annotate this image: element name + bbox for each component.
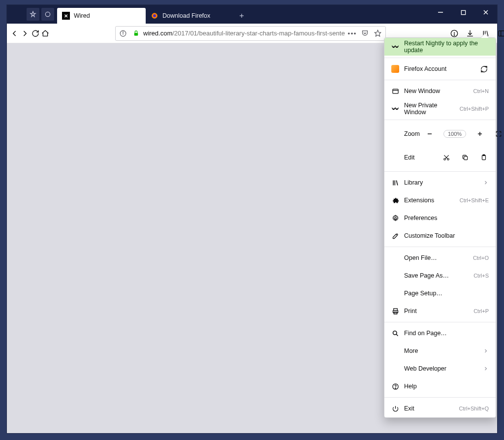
- pinned-tabs: [27, 5, 57, 24]
- menu-open-file[interactable]: Open File… Ctrl+O: [384, 249, 496, 267]
- svg-line-40: [396, 180, 398, 185]
- menu-label: Open File…: [404, 254, 468, 261]
- lock-icon[interactable]: [130, 28, 141, 39]
- menu-label: Print: [404, 308, 469, 314]
- page-actions-icon[interactable]: •••: [347, 28, 358, 39]
- fox-avatar-icon: [391, 65, 399, 73]
- library-icon: [391, 179, 399, 187]
- close-button[interactable]: [474, 5, 497, 20]
- forward-button[interactable]: [21, 26, 30, 41]
- tab-title: Wired: [74, 12, 90, 19]
- menu-restart-update[interactable]: Restart Nightly to apply the update: [384, 38, 496, 56]
- power-icon: [391, 405, 399, 412]
- menu-print[interactable]: Print Ctrl+P: [384, 302, 496, 320]
- menu-exit[interactable]: Exit Ctrl+Shift+Q: [384, 400, 496, 417]
- menu-page-setup[interactable]: Page Setup…: [384, 284, 496, 302]
- firefox-favicon-icon: [151, 12, 158, 20]
- back-button[interactable]: [10, 26, 19, 41]
- separator: [384, 322, 496, 322]
- app-menu-panel: Restart Nightly to apply the update Fire…: [384, 37, 496, 418]
- paste-button[interactable]: [479, 153, 489, 162]
- menu-label: Find on Page…: [404, 330, 489, 337]
- menu-new-window[interactable]: New Window Ctrl+N: [384, 82, 496, 100]
- menu-label: Customize Toolbar: [404, 232, 489, 239]
- menu-label: More: [404, 347, 478, 354]
- titlebar: ✕ Wired Download Firefox: [7, 5, 497, 24]
- fullscreen-button[interactable]: [494, 129, 504, 139]
- menu-find-on-page[interactable]: Find on Page…: [384, 324, 496, 342]
- chevron-right-icon: [483, 180, 489, 186]
- svg-point-41: [394, 217, 396, 219]
- pinned-tab-2[interactable]: [41, 8, 54, 21]
- new-tab-button[interactable]: [234, 8, 249, 24]
- separator: [384, 80, 496, 80]
- copy-button[interactable]: [460, 153, 470, 162]
- tab-inactive[interactable]: Download Firefox: [146, 8, 234, 24]
- reload-button[interactable]: [32, 26, 39, 41]
- mask-icon: [391, 105, 399, 113]
- menu-edit: Edit: [384, 146, 496, 169]
- svg-point-2: [153, 14, 156, 17]
- menu-library[interactable]: Library: [384, 174, 496, 191]
- cut-button[interactable]: [441, 153, 451, 162]
- gear-icon: [391, 214, 399, 222]
- svg-marker-13: [375, 30, 381, 36]
- chevron-right-icon: [483, 366, 489, 372]
- svg-rect-12: [134, 33, 138, 35]
- pinned-tab-1[interactable]: [27, 8, 39, 21]
- separator: [384, 58, 496, 58]
- svg-point-11: [123, 31, 123, 32]
- home-button[interactable]: [41, 26, 49, 41]
- tab-strip: ✕ Wired Download Firefox: [7, 5, 249, 24]
- shortcut: Ctrl+N: [473, 88, 489, 94]
- menu-save-page-as[interactable]: Save Page As… Ctrl+S: [384, 267, 496, 284]
- pocket-icon[interactable]: [360, 28, 371, 39]
- menu-customize-toolbar[interactable]: Customize Toolbar: [384, 227, 496, 245]
- menu-help[interactable]: Help: [384, 377, 496, 395]
- tab-title: Download Firefox: [162, 12, 210, 19]
- separator: [384, 397, 496, 398]
- maximize-button[interactable]: [452, 5, 474, 20]
- menu-label: New Private Window: [404, 102, 455, 116]
- url-path: /2017/01/beautiful-literary-star-charts-…: [172, 30, 345, 37]
- url-text[interactable]: wired.com/2017/01/beautiful-literary-sta…: [143, 30, 345, 37]
- zoom-in-button[interactable]: [475, 129, 485, 139]
- zoom-out-button[interactable]: [425, 129, 435, 139]
- minimize-button[interactable]: [429, 5, 452, 20]
- svg-point-45: [393, 331, 397, 335]
- bookmark-star-icon[interactable]: [373, 28, 383, 39]
- edit-label: Edit: [404, 154, 437, 161]
- shortcut: Ctrl+Shift+Q: [459, 406, 489, 411]
- url-bar[interactable]: wired.com/2017/01/beautiful-literary-sta…: [115, 26, 386, 41]
- separator: [384, 171, 496, 172]
- help-icon: [391, 382, 399, 390]
- menu-more[interactable]: More: [384, 342, 496, 360]
- separator: [384, 120, 496, 120]
- menu-new-private-window[interactable]: New Private Window Ctrl+Shift+P: [384, 100, 496, 118]
- window-icon: [391, 87, 399, 95]
- svg-rect-21: [499, 31, 504, 36]
- menu-label: Exit: [404, 405, 454, 412]
- svg-point-16: [454, 34, 454, 35]
- menu-preferences[interactable]: Preferences: [384, 209, 496, 227]
- zoom-level[interactable]: 100%: [443, 130, 466, 138]
- shortcut: Ctrl+P: [473, 308, 489, 314]
- svg-line-46: [396, 334, 398, 336]
- menu-label: New Window: [404, 88, 469, 94]
- menu-label: Library: [404, 179, 478, 186]
- svg-rect-26: [392, 89, 398, 94]
- print-icon: [391, 307, 399, 315]
- menu-web-developer[interactable]: Web Developer: [384, 360, 496, 377]
- url-domain: wired.com: [143, 30, 172, 37]
- tab-active[interactable]: ✕ Wired: [57, 8, 146, 24]
- info-icon[interactable]: [118, 28, 128, 39]
- wired-favicon-icon: ✕: [62, 12, 70, 20]
- menu-label: Extensions: [404, 197, 455, 204]
- shortcut: Ctrl+Shift+E: [460, 197, 489, 203]
- menu-label: Help: [404, 383, 489, 390]
- menu-extensions[interactable]: Extensions Ctrl+Shift+E: [384, 191, 496, 209]
- search-icon: [391, 329, 399, 337]
- puzzle-icon: [391, 196, 399, 204]
- menu-firefox-account[interactable]: Firefox Account: [384, 60, 496, 78]
- sync-icon[interactable]: [479, 64, 489, 74]
